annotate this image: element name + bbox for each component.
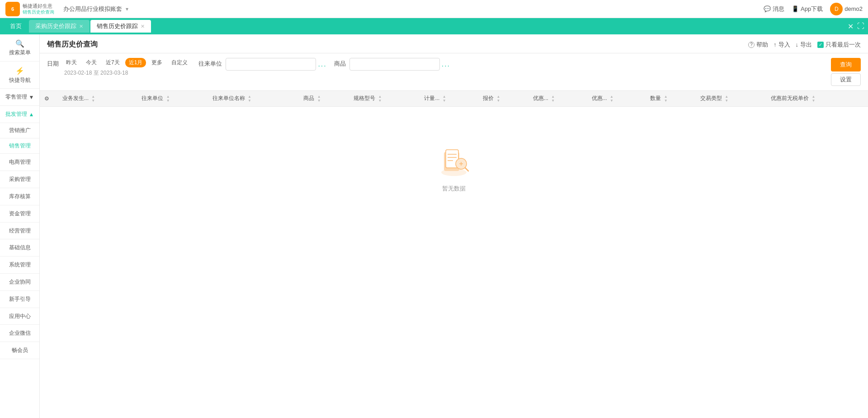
tab-purchase-history-label: 采购历史价跟踪 xyxy=(35,22,76,30)
filter-bar: 日期 昨天 今天 近7天 近1月 更多 自定义 2023-02-18 至 202… xyxy=(40,53,868,91)
tab-bar: 首页 采购历史价跟踪 ✕ 销售历史价跟踪 ✕ ✕ ⛶ xyxy=(0,18,868,34)
app-download-label: App下载 xyxy=(801,5,823,13)
top-bar: 6 畅捷通好生意 销售历史价查询 办公用品行业模拟账套 ▾ 💬 消息 📱 App… xyxy=(0,0,868,18)
tab-home[interactable]: 首页 xyxy=(4,20,28,33)
col-discount2[interactable]: 优惠... ▲▼ xyxy=(587,91,646,107)
logo-area: 6 畅捷通好生意 销售历史价查询 xyxy=(5,2,54,16)
source-unit-input[interactable] xyxy=(226,58,316,71)
sidebar-item-enterprise-collab-label: 企业协同 xyxy=(9,278,31,286)
date-opt-today[interactable]: 今天 xyxy=(82,58,100,67)
date-opt-last1month[interactable]: 近1月 xyxy=(125,58,146,67)
col-partner-name[interactable]: 往来单位名称 ▲▼ xyxy=(208,91,299,107)
sidebar-item-enterprise-collab[interactable]: 企业协同 xyxy=(0,274,39,291)
search-btn[interactable]: 查询 xyxy=(831,58,861,71)
sidebar-item-retail-mgmt-label: 零售管理 xyxy=(5,93,27,101)
col-spec-label: 规格型号 xyxy=(354,95,375,101)
col-discount1[interactable]: 优惠... ▲▼ xyxy=(528,91,587,107)
export-label: 导出 xyxy=(800,41,812,49)
sidebar-item-membership[interactable]: 畅会员 xyxy=(0,342,39,359)
date-range-display: 2023-02-18 至 2023-03-18 xyxy=(62,69,191,77)
product-dots[interactable]: ... xyxy=(442,60,450,68)
col-qty[interactable]: 数量 ▲▼ xyxy=(646,91,696,107)
app-title-dropdown[interactable]: ▾ xyxy=(126,6,128,12)
filter-dates: 昨天 今天 近7天 近1月 更多 自定义 2023-02-18 至 2023-0… xyxy=(62,58,191,77)
sidebar-item-membership-label: 畅会员 xyxy=(12,347,28,354)
only-last-label: 只看最后一次 xyxy=(826,41,861,49)
tab-bar-actions: ✕ ⛶ xyxy=(848,22,864,31)
sort-icons-trade-type: ▲▼ xyxy=(725,95,728,103)
sidebar-item-purchase-mgmt-label: 采购管理 xyxy=(9,176,31,183)
tab-purchase-history[interactable]: 采购历史价跟踪 ✕ xyxy=(29,20,90,33)
message-btn[interactable]: 💬 消息 xyxy=(764,5,784,13)
date-opt-last7days[interactable]: 近7天 xyxy=(102,58,123,67)
sidebar-item-quick-nav[interactable]: ⚡ 快捷导航 xyxy=(0,62,39,89)
product-input[interactable] xyxy=(349,58,440,71)
user-btn[interactable]: D demo2 xyxy=(830,3,863,15)
app-download-icon: 📱 xyxy=(792,5,799,12)
sidebar-item-enterprise-wechat[interactable]: 企业微信 xyxy=(0,325,39,342)
page-header: 销售历史价查询 ? 帮助 ↑ 导入 ↓ 导出 ✓ xyxy=(40,34,868,53)
col-unit[interactable]: 计量... ▲▼ xyxy=(420,91,478,107)
source-unit-dots[interactable]: ... xyxy=(318,60,326,68)
sidebar-item-purchase-mgmt[interactable]: 采购管理 xyxy=(0,171,39,188)
date-opt-more[interactable]: 更多 xyxy=(148,58,166,67)
tab-sales-history-close[interactable]: ✕ xyxy=(141,24,145,29)
date-opt-custom[interactable]: 自定义 xyxy=(168,58,191,67)
col-discount2-label: 优惠... xyxy=(592,95,607,101)
sidebar-item-finance-mgmt[interactable]: 资金管理 xyxy=(0,205,39,223)
export-btn[interactable]: ↓ 导出 xyxy=(796,41,812,49)
sidebar-item-sales-mgmt-label: 销售管理 xyxy=(9,142,31,149)
sidebar-item-search-menu-label: 搜索菜单 xyxy=(9,49,31,57)
sidebar-item-ecom-mgmt[interactable]: 电商管理 xyxy=(0,154,39,171)
sidebar-item-ops-mgmt-label: 经营管理 xyxy=(9,227,31,235)
col-product[interactable]: 商品 ▲▼ xyxy=(299,91,349,107)
fullscreen-btn[interactable]: ⛶ xyxy=(857,22,864,31)
col-quote[interactable]: 报价 ▲▼ xyxy=(478,91,528,107)
col-trade-type[interactable]: 交易类型 ▲▼ xyxy=(696,91,766,107)
sidebar-item-marketing[interactable]: 营销推广 xyxy=(0,123,39,138)
settings-btn[interactable]: 设置 xyxy=(831,73,861,86)
col-partner-label: 往来单位 xyxy=(142,95,163,101)
tab-purchase-history-close[interactable]: ✕ xyxy=(79,24,83,29)
import-btn[interactable]: ↑ 导入 xyxy=(774,41,790,49)
logo-subtitle: 销售历史价查询 xyxy=(23,9,54,15)
sort-icons-pre-discount-price: ▲▼ xyxy=(812,95,816,103)
col-gear[interactable]: ⚙ xyxy=(40,91,58,107)
product-filter-group: 商品 ... xyxy=(334,58,450,71)
page-content: 销售历史价查询 ? 帮助 ↑ 导入 ↓ 导出 ✓ xyxy=(40,34,868,418)
col-trade-type-label: 交易类型 xyxy=(700,95,722,101)
sidebar-item-app-center[interactable]: 应用中心 xyxy=(0,308,39,325)
tab-sales-history[interactable]: 销售历史价跟踪 ✕ xyxy=(90,20,151,33)
sidebar-item-sales-mgmt[interactable]: 销售管理 xyxy=(0,138,39,154)
help-btn[interactable]: ? 帮助 xyxy=(748,41,768,49)
only-last-checkbox[interactable]: ✓ 只看最后一次 xyxy=(817,41,861,49)
col-product-label: 商品 xyxy=(303,95,314,101)
sort-icons-biz-date: ▲▼ xyxy=(91,95,95,103)
sidebar-item-search-menu[interactable]: 🔍 搜索菜单 xyxy=(0,34,39,62)
date-opt-yesterday[interactable]: 昨天 xyxy=(62,58,80,67)
sidebar: 🔍 搜索菜单 ⚡ 快捷导航 零售管理 ▼ 批发管理 ▲ 营销推广 销售管理 电商… xyxy=(0,34,40,418)
sidebar-item-basic-info[interactable]: 基础信息 xyxy=(0,239,39,256)
gear-icon[interactable]: ⚙ xyxy=(44,95,49,102)
sidebar-item-system-mgmt[interactable]: 系统管理 xyxy=(0,256,39,274)
col-spec[interactable]: 规格型号 ▲▼ xyxy=(349,91,420,107)
col-biz-date[interactable]: 业务发生... ▲▼ xyxy=(58,91,137,107)
col-unit-label: 计量... xyxy=(424,95,439,101)
col-pre-discount-price[interactable]: 优惠前无税单价 ▲▼ xyxy=(766,91,868,107)
sidebar-item-ops-mgmt[interactable]: 经营管理 xyxy=(0,223,39,240)
sidebar-item-app-center-label: 应用中心 xyxy=(9,313,31,320)
import-icon: ↑ xyxy=(774,41,777,48)
sidebar-item-retail-mgmt[interactable]: 零售管理 ▼ xyxy=(0,89,39,106)
close-all-tabs-btn[interactable]: ✕ xyxy=(848,22,854,31)
sidebar-item-inventory[interactable]: 库存核算 xyxy=(0,188,39,205)
col-partner-name-label: 往来单位名称 xyxy=(212,95,245,101)
col-partner[interactable]: 往来单位 ▲▼ xyxy=(137,91,208,107)
sort-icons-partner: ▲▼ xyxy=(166,95,170,103)
help-label: 帮助 xyxy=(756,41,768,49)
tab-sales-history-label: 销售历史价跟踪 xyxy=(97,22,138,30)
sidebar-item-wholesale-mgmt[interactable]: 批发管理 ▲ xyxy=(0,106,39,123)
sidebar-item-guide[interactable]: 新手引导 xyxy=(0,291,39,308)
sidebar-item-marketing-label: 营销推广 xyxy=(9,127,31,133)
app-download-btn[interactable]: 📱 App下载 xyxy=(792,5,823,13)
date-filter-group: 日期 昨天 今天 近7天 近1月 更多 自定义 2023-02-18 至 202… xyxy=(47,58,191,77)
